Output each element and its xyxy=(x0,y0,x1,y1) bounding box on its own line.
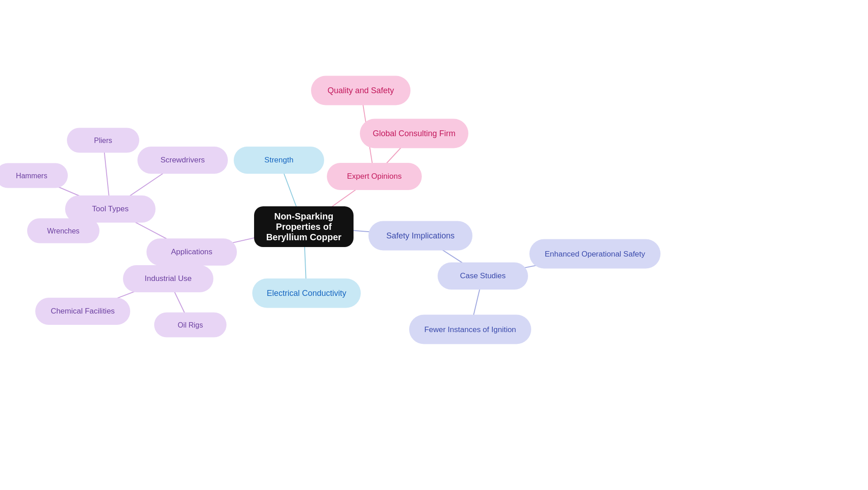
global-consulting-firm-node[interactable]: Global Consulting Firm xyxy=(360,119,468,148)
strength-node[interactable]: Strength xyxy=(234,147,324,174)
oil-rigs-node[interactable]: Oil Rigs xyxy=(154,313,226,338)
applications-node[interactable]: Applications xyxy=(146,238,237,266)
electrical-conductivity-node[interactable]: Electrical Conductivity xyxy=(252,279,361,308)
screwdrivers-node[interactable]: Screwdrivers xyxy=(137,147,228,174)
quality-and-safety-node[interactable]: Quality and Safety xyxy=(311,76,410,105)
enhanced-operational-safety-node[interactable]: Enhanced Operational Safety xyxy=(529,239,660,269)
safety-implications-node[interactable]: Safety Implications xyxy=(368,221,472,251)
center-node[interactable]: Non-Sparking Properties of Beryllium Cop… xyxy=(254,206,354,247)
chemical-facilities-node[interactable]: Chemical Facilities xyxy=(35,298,130,325)
fewer-instances-of-ignition-node[interactable]: Fewer Instances of Ignition xyxy=(409,315,531,344)
industrial-use-node[interactable]: Industrial Use xyxy=(123,265,213,292)
wrenches-node[interactable]: Wrenches xyxy=(27,219,99,243)
hammers-node[interactable]: Hammers xyxy=(0,163,68,188)
pliers-node[interactable]: Pliers xyxy=(67,128,139,153)
case-studies-node[interactable]: Case Studies xyxy=(438,262,528,290)
expert-opinions-node[interactable]: Expert Opinions xyxy=(327,163,422,190)
